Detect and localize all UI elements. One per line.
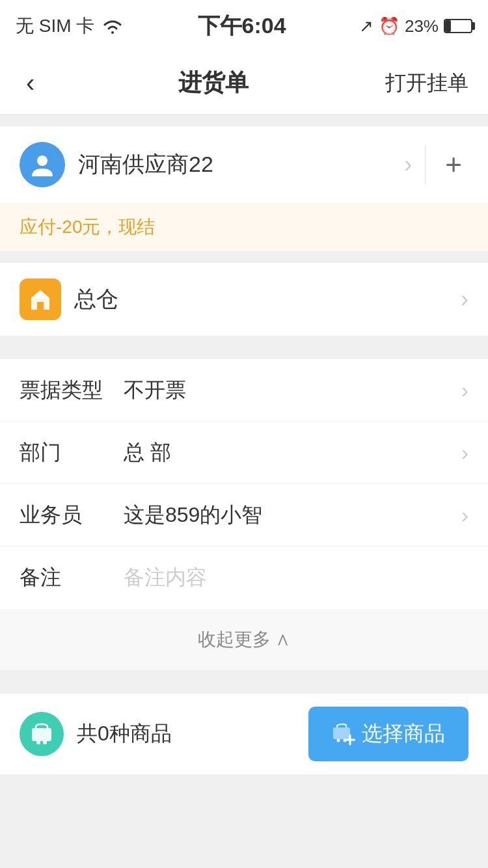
svg-point-3	[36, 740, 40, 744]
department-chevron-icon: ›	[461, 440, 468, 465]
section-gap-2	[0, 251, 488, 263]
section-gap-4	[0, 670, 488, 682]
location-icon: ↗	[359, 16, 373, 36]
status-bar: 无 SIM 卡 下午6:04 ↗ ⏰ 23%	[0, 0, 488, 52]
add-cart-icon	[332, 722, 355, 746]
house-icon	[29, 288, 52, 311]
invoice-value: 不开票	[111, 376, 461, 405]
open-pending-button[interactable]: 打开挂单	[385, 69, 468, 98]
battery-icon	[444, 19, 472, 33]
svg-rect-2	[32, 728, 51, 741]
svg-rect-5	[333, 727, 350, 739]
warehouse-row[interactable]: 总仓 ›	[0, 263, 488, 336]
salesperson-row[interactable]: 业务员 这是859的小智 ›	[0, 484, 488, 547]
warehouse-section: 总仓 ›	[0, 263, 488, 336]
supplier-name: 河南供应商22	[78, 150, 404, 180]
product-bar: 共0种商品 选择商品	[0, 694, 488, 774]
alarm-icon: ⏰	[379, 16, 400, 36]
remark-label: 备注	[20, 563, 111, 592]
supplier-avatar	[20, 142, 65, 187]
status-right: ↗ ⏰ 23%	[359, 16, 472, 36]
back-button[interactable]: ‹	[20, 62, 41, 104]
salesperson-value: 这是859的小智	[111, 501, 461, 530]
remark-placeholder: 备注内容	[111, 563, 468, 592]
svg-rect-1	[37, 302, 44, 310]
notice-text: 应付-20元，现结	[20, 217, 155, 237]
invoice-label: 票据类型	[20, 376, 111, 405]
warehouse-name: 总仓	[74, 284, 461, 314]
supplier-row[interactable]: 河南供应商22 › +	[0, 126, 488, 203]
section-gap-1	[0, 115, 488, 126]
form-section: 票据类型 不开票 › 部门 总 部 › 业务员 这是859的小智 › 备注 备注…	[0, 359, 488, 609]
department-row[interactable]: 部门 总 部 ›	[0, 422, 488, 484]
product-icon-bg	[20, 712, 64, 756]
invoice-chevron-icon: ›	[461, 377, 468, 403]
nav-bar: ‹ 进货单 打开挂单	[0, 52, 488, 115]
collapse-bar[interactable]: 收起更多 ∧	[0, 609, 488, 670]
svg-point-0	[37, 156, 47, 166]
salesperson-label: 业务员	[20, 501, 111, 530]
battery-text: 23%	[405, 16, 439, 36]
divider	[425, 145, 426, 184]
collapse-label: 收起更多 ∧	[198, 629, 291, 649]
svg-point-6	[337, 739, 340, 742]
supplier-chevron-icon: ›	[404, 151, 412, 178]
department-value: 总 部	[111, 439, 461, 467]
product-count-text: 共0种商品	[77, 720, 308, 748]
wifi-icon	[101, 17, 124, 35]
carrier-text: 无 SIM 卡	[16, 14, 94, 38]
time-display: 下午6:04	[198, 11, 286, 41]
select-product-button[interactable]: 选择商品	[308, 707, 468, 761]
select-product-label: 选择商品	[362, 720, 445, 748]
warehouse-chevron-icon: ›	[461, 286, 468, 313]
supplier-section: 河南供应商22 › + 应付-20元，现结	[0, 126, 488, 251]
department-label: 部门	[20, 439, 111, 467]
status-left: 无 SIM 卡	[16, 14, 124, 38]
person-icon	[29, 152, 55, 178]
notice-bar: 应付-20元，现结	[0, 203, 488, 251]
page-background	[0, 774, 488, 868]
add-button[interactable]: +	[439, 148, 468, 181]
salesperson-chevron-icon: ›	[461, 502, 468, 528]
remark-row[interactable]: 备注 备注内容	[0, 547, 488, 609]
page-title: 进货单	[178, 67, 249, 99]
invoice-type-row[interactable]: 票据类型 不开票 ›	[0, 359, 488, 422]
section-gap-3	[0, 336, 488, 347]
warehouse-icon-bg	[20, 278, 61, 320]
svg-point-4	[43, 740, 47, 744]
cart-icon	[29, 722, 54, 746]
